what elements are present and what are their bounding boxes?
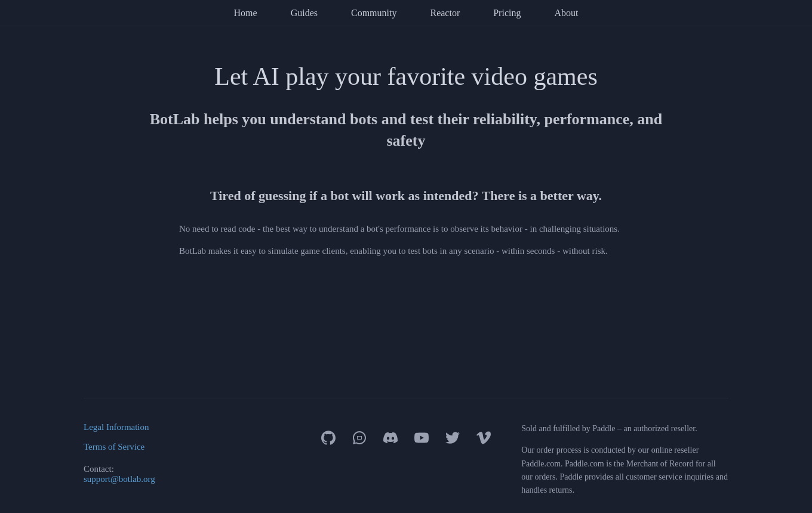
legal-information-link[interactable]: Legal Information	[84, 422, 291, 432]
hero-title: Let AI play your favorite video games	[12, 62, 800, 91]
forum-icon[interactable]	[350, 428, 369, 447]
main-nav: Home Guides Community Reactor Pricing Ab…	[0, 0, 812, 26]
footer-paddle-info: Sold and fulfilled by Paddle – an author…	[521, 422, 728, 506]
github-icon[interactable]	[319, 428, 338, 447]
footer-contact: Contact: support@botlab.org	[84, 464, 291, 484]
section-heading: Tired of guessing if a bot will work as …	[12, 188, 800, 204]
nav-pricing[interactable]: Pricing	[476, 0, 537, 26]
social-icons	[303, 422, 510, 447]
contact-label: Contact:	[84, 464, 114, 474]
description-line1: No need to read code - the best way to u…	[179, 222, 633, 237]
discord-icon[interactable]	[381, 428, 400, 447]
main-content: Let AI play your favorite video games Bo…	[0, 26, 812, 290]
hero-subtitle: BotLab helps you understand bots and tes…	[137, 109, 675, 152]
nav-guides[interactable]: Guides	[274, 0, 334, 26]
vimeo-icon[interactable]	[474, 428, 493, 447]
description-block: No need to read code - the best way to u…	[179, 222, 633, 259]
description-line2: BotLab makes it easy to simulate game cl…	[179, 244, 633, 259]
terms-of-service-link[interactable]: Terms of Service	[84, 442, 291, 452]
nav-community[interactable]: Community	[334, 0, 413, 26]
contact-email[interactable]: support@botlab.org	[84, 474, 291, 484]
nav-about[interactable]: About	[537, 0, 595, 26]
nav-reactor[interactable]: Reactor	[413, 0, 476, 26]
paddle-text1: Sold and fulfilled by Paddle – an author…	[521, 422, 728, 435]
footer: Legal Information Terms of Service Conta…	[0, 398, 812, 513]
footer-links: Legal Information Terms of Service Conta…	[84, 422, 291, 484]
youtube-icon[interactable]	[412, 428, 431, 447]
twitter-icon[interactable]	[443, 428, 462, 447]
paddle-text2: Our order process is conducted by our on…	[521, 444, 728, 497]
nav-home[interactable]: Home	[217, 0, 274, 26]
